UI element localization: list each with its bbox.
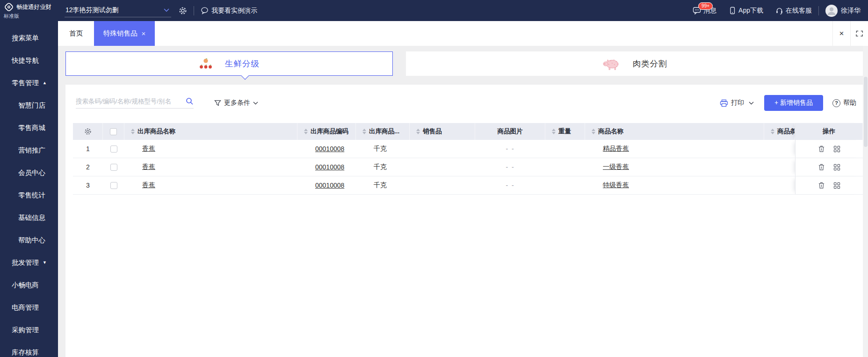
row-index: 1 xyxy=(73,140,103,158)
sidebar-item-ecommerce-management[interactable]: 电商管理 xyxy=(0,296,58,319)
out-product-code-link[interactable]: 00010008 xyxy=(315,182,344,189)
row-checkbox[interactable] xyxy=(110,182,117,189)
sidebar-group-retail-management[interactable]: 零售管理▲ xyxy=(0,72,58,94)
add-sales-item-button[interactable]: + 新增销售品 xyxy=(764,95,823,111)
sales-items-table: 出库商品名称 出库商品编码 出库商品... 销售品 商品图片 重量 商品名称 商… xyxy=(73,123,863,195)
card-meat-cutting-label: 肉类分割 xyxy=(633,58,667,69)
demo-link[interactable]: 我要看实例演示 xyxy=(201,7,257,15)
related-actions-icon[interactable] xyxy=(833,164,840,171)
header-product-image: 商品图片 xyxy=(475,123,545,140)
app-download-button[interactable]: App下载 xyxy=(729,7,763,15)
online-service-button[interactable]: 在线客服 xyxy=(775,7,812,15)
product-name-link[interactable]: 精品香蕉 xyxy=(603,145,629,153)
sort-icon[interactable] xyxy=(552,129,556,134)
sidebar-item-retail-stats[interactable]: 零售统计 xyxy=(0,184,58,206)
tab-special-sales-items[interactable]: 特殊销售品 × xyxy=(94,21,155,46)
search-input[interactable] xyxy=(76,98,186,105)
related-actions-icon[interactable] xyxy=(833,182,840,189)
online-service-label: 在线客服 xyxy=(786,7,812,15)
header-out-product-code[interactable]: 出库商品编码 xyxy=(297,123,356,140)
sort-icon[interactable] xyxy=(771,129,774,134)
out-product-code-link[interactable]: 00010008 xyxy=(315,163,344,171)
column-settings-button[interactable] xyxy=(73,123,103,140)
sidebar-item-partial-bottom[interactable]: 库存核算 xyxy=(0,341,58,357)
delete-icon[interactable] xyxy=(818,182,825,189)
header-product-barcode[interactable]: 商品条码 xyxy=(764,123,795,140)
sidebar-group-wholesale-management[interactable]: 批发管理▼ xyxy=(0,251,58,274)
sort-icon[interactable] xyxy=(362,129,366,134)
account-selector[interactable]: 12李艳芬测试勿删 xyxy=(65,4,171,17)
messages-button[interactable]: 99+ 消息 xyxy=(693,7,716,15)
related-actions-icon[interactable] xyxy=(833,146,840,153)
selected-card-notch xyxy=(241,72,249,80)
sidebar-item-member-center[interactable]: 会员中心 xyxy=(0,161,58,184)
sidebar-item-quick-nav[interactable]: 快捷导航 xyxy=(0,49,58,72)
messages-badge: 99+ xyxy=(698,2,713,10)
out-product-unit: 千克 xyxy=(356,140,410,158)
product-name-link[interactable]: 特级香蕉 xyxy=(603,181,629,189)
scrollbar-thumb[interactable] xyxy=(864,77,868,147)
row-checkbox[interactable] xyxy=(110,164,117,171)
settings-gear-icon[interactable] xyxy=(179,7,187,15)
out-product-name-link[interactable]: 香蕉 xyxy=(142,145,155,153)
row-checkbox[interactable] xyxy=(110,146,117,153)
print-dropdown[interactable]: 打印 xyxy=(720,99,754,107)
more-filters-button[interactable]: 更多条件 xyxy=(214,99,258,107)
tab-home[interactable]: 首页 xyxy=(58,21,94,46)
sidebar-item-xiaochang-ecommerce[interactable]: 小畅电商 xyxy=(0,274,58,296)
header-sales-item[interactable]: 销售品 xyxy=(410,123,475,140)
product-image-placeholder: - - xyxy=(475,140,545,158)
weight-cell xyxy=(545,140,585,158)
row-index: 2 xyxy=(73,158,103,176)
card-meat-cutting[interactable]: 肉类分割 xyxy=(406,51,863,76)
table-row: 3 香蕉 00010008 千克 - - 特级香蕉 xyxy=(73,176,863,195)
header-out-product-unit[interactable]: 出库商品... xyxy=(356,123,410,140)
help-button[interactable]: 帮助 xyxy=(832,99,856,107)
product-name-link[interactable]: 一级香蕉 xyxy=(603,163,629,171)
tab-bar: 首页 特殊销售品 × × xyxy=(58,21,868,46)
sales-item-cell xyxy=(410,176,475,194)
topbar: 畅捷通好业财 标准版 12李艳芬测试勿删 我要看实例演示 99+ xyxy=(0,0,868,21)
speech-bubble-icon xyxy=(201,7,209,15)
phone-icon xyxy=(729,7,736,15)
sort-icon[interactable] xyxy=(304,129,308,134)
select-all-checkbox[interactable] xyxy=(110,128,117,135)
sidebar-item-retail-mall[interactable]: 零售商城 xyxy=(0,117,58,139)
search-box xyxy=(76,97,194,109)
header-weight[interactable]: 重量 xyxy=(545,123,585,140)
close-icon: × xyxy=(839,29,844,38)
header-product-name[interactable]: 商品名称 xyxy=(585,123,764,140)
sidebar-item-smart-store[interactable]: 智慧门店 xyxy=(0,94,58,117)
delete-icon[interactable] xyxy=(818,145,825,153)
sidebar-item-search-menu[interactable]: 搜索菜单 xyxy=(0,27,58,49)
sort-icon[interactable] xyxy=(416,129,420,134)
more-filters-label: 更多条件 xyxy=(224,99,250,107)
sidebar-item-help-center[interactable]: 帮助中心 xyxy=(0,229,58,251)
tab-close-icon[interactable]: × xyxy=(142,30,146,37)
out-product-name-link[interactable]: 香蕉 xyxy=(142,163,155,171)
user-menu[interactable]: 徐泽华 xyxy=(825,5,861,17)
sidebar-item-marketing[interactable]: 营销推广 xyxy=(0,139,58,161)
header-operations: 操作 xyxy=(795,123,863,140)
delete-icon[interactable] xyxy=(818,163,825,171)
topbar-divider xyxy=(818,6,819,15)
card-fresh-grading[interactable]: 生鲜分级 xyxy=(65,51,393,76)
brand-name: 畅捷通好业财 xyxy=(16,3,51,11)
help-label: 帮助 xyxy=(843,99,856,107)
app-download-label: App下载 xyxy=(738,7,763,15)
search-icon[interactable] xyxy=(186,97,194,105)
sort-icon[interactable] xyxy=(131,129,135,134)
headset-icon xyxy=(775,7,783,15)
print-label: 打印 xyxy=(731,99,744,107)
sort-icon[interactable] xyxy=(592,129,595,134)
close-all-tabs-button[interactable]: × xyxy=(832,21,850,46)
sidebar-item-basic-info[interactable]: 基础信息 xyxy=(0,206,58,229)
sidebar-item-purchase-management[interactable]: 采购管理 xyxy=(0,319,58,341)
table-row: 1 香蕉 00010008 千克 - - 精品香蕉 xyxy=(73,140,863,158)
table-row: 2 香蕉 00010008 千克 - - 一级香蕉 xyxy=(73,158,863,176)
sales-item-cell xyxy=(410,140,475,158)
fullscreen-button[interactable] xyxy=(850,21,868,46)
header-out-product-name[interactable]: 出库商品名称 xyxy=(124,123,297,140)
out-product-code-link[interactable]: 00010008 xyxy=(315,145,344,153)
out-product-name-link[interactable]: 香蕉 xyxy=(142,181,155,189)
